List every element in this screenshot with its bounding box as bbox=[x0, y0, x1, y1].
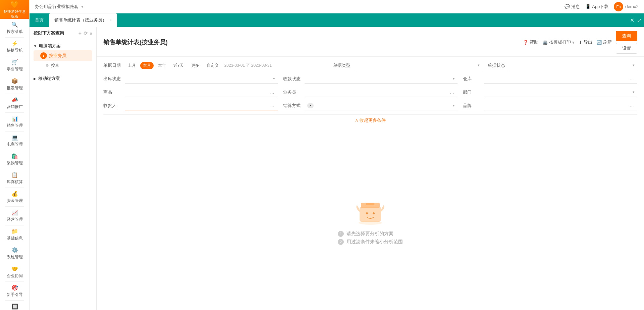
sidebar-item-10[interactable]: 📈 经营管理 bbox=[5, 207, 24, 225]
topbar: 办公用品行业模拟账套 ▾ 💬 消息 📱 App下载 Ea demo2 bbox=[30, 0, 644, 13]
window-close-btn[interactable]: ✕ bbox=[630, 17, 634, 23]
sidebar-item-1[interactable]: ⚡ 快捷导航 bbox=[5, 38, 24, 56]
date-btn-this-year[interactable]: 本年 bbox=[155, 62, 169, 69]
date-btn-7days[interactable]: 近7天 bbox=[170, 62, 187, 69]
print-label: 按模板打印 bbox=[549, 39, 571, 45]
refresh-scheme-btn[interactable]: ⟳ bbox=[84, 31, 88, 36]
app-download-btn[interactable]: 📱 App下载 bbox=[585, 4, 608, 10]
sidebar-item-12[interactable]: ⚙️ 系统管理 bbox=[5, 244, 24, 263]
content-area: 按以下方案查询 + ⟳ « ▼ 电脑端方案 ● 按业务员 ⚙ 按单 bbox=[30, 27, 644, 310]
export-btn[interactable]: ⬇ 导出 bbox=[579, 39, 592, 45]
salesperson-dots: … bbox=[450, 90, 455, 95]
collapse-left-btn[interactable]: « bbox=[90, 31, 92, 36]
window-maximize-btn[interactable]: ⤢ bbox=[637, 17, 641, 23]
top-dropdown-icon[interactable]: ▾ bbox=[81, 4, 84, 9]
sidebar-label-6: 电商管理 bbox=[7, 142, 23, 147]
payment-tag[interactable]: × bbox=[307, 103, 314, 108]
help-btn[interactable]: ❓ 帮助 bbox=[523, 39, 538, 45]
consignee-control[interactable]: … bbox=[125, 101, 278, 110]
date-btn-more[interactable]: 更多 bbox=[188, 62, 202, 69]
empty-hint-1: 1 请先选择要分析的方案 bbox=[338, 231, 403, 237]
svg-rect-3 bbox=[366, 203, 374, 205]
sidebar-icon-15: 🔲 bbox=[11, 303, 18, 310]
svg-point-5 bbox=[373, 212, 375, 214]
consignee-label: 收货人 bbox=[103, 103, 122, 109]
sidebar-item-4[interactable]: 📣 营销推广 bbox=[5, 94, 24, 113]
svg-point-4 bbox=[366, 212, 368, 214]
tab-close-btn[interactable]: × bbox=[109, 18, 112, 22]
topbar-right: 💬 消息 📱 App下载 Ea demo2 bbox=[565, 2, 639, 11]
sidebar-icon-5: 📊 bbox=[11, 115, 18, 122]
consignee-dots: … bbox=[270, 103, 275, 108]
sidebar-icon-9: 💰 bbox=[11, 191, 18, 197]
filter-out-status: 出库状态 ▾ bbox=[103, 74, 278, 84]
tab-home-label: 首页 bbox=[35, 17, 44, 23]
sidebar-item-15[interactable]: 🔲 应用中心 bbox=[5, 301, 24, 310]
sidebar-label-12: 系统管理 bbox=[7, 254, 23, 260]
date-btn-last-month[interactable]: 上月 bbox=[125, 62, 139, 69]
product-label: 商品 bbox=[103, 89, 122, 95]
warehouse-control[interactable]: … bbox=[484, 74, 637, 84]
sidebar-item-14[interactable]: 🎯 新手引导 bbox=[5, 282, 24, 301]
filter-product: 商品 … bbox=[103, 88, 278, 97]
doc-type-arrow: ▾ bbox=[478, 63, 480, 67]
user-area[interactable]: Ea demo2 bbox=[614, 2, 639, 11]
export-icon: ⬇ bbox=[579, 40, 582, 45]
tab-sales-stats[interactable]: 销售单统计表（按业务员） × bbox=[49, 13, 117, 27]
sidebar-item-2[interactable]: 🛒 零售管理 bbox=[5, 56, 24, 75]
sidebar-item-13[interactable]: 🤝 企业协同 bbox=[5, 263, 24, 282]
doc-type-control[interactable]: ▾ bbox=[355, 61, 483, 70]
scheme-item-by-order[interactable]: ⚙ 按单 bbox=[34, 61, 92, 70]
doc-status-control[interactable]: ▾ bbox=[509, 61, 637, 70]
hint-text-2: 用过滤条件来缩小分析范围 bbox=[346, 239, 403, 245]
payment-method-label: 结算方式 bbox=[283, 103, 302, 109]
product-control[interactable]: … bbox=[125, 88, 278, 97]
tabbar: 首页 销售单统计表（按业务员） × ✕ ⤢ bbox=[30, 13, 644, 27]
sidebar-item-8[interactable]: 📋 库存核算 bbox=[5, 169, 24, 188]
dept-label: 部门 bbox=[463, 89, 482, 95]
scheme-dot: ● bbox=[40, 52, 47, 59]
page-title: 销售单统计表(按业务员) bbox=[103, 38, 168, 46]
sidebar-icon-14: 🎯 bbox=[11, 285, 18, 291]
date-filter-controls: 上月 本月 本年 近7天 更多 自定义 2023-03-01 至 2023-03… bbox=[125, 62, 328, 69]
message-label: 消息 bbox=[571, 4, 580, 10]
salesperson-control[interactable]: … bbox=[305, 88, 458, 97]
scheme-group-mobile-title[interactable]: ▶ 移动端方案 bbox=[34, 74, 92, 83]
scheme-group-mobile-label: 移动端方案 bbox=[38, 75, 60, 82]
sidebar-item-0[interactable]: 🔍 搜索菜单 bbox=[5, 19, 24, 38]
sidebar-item-6[interactable]: 💻 电商管理 bbox=[5, 132, 24, 150]
date-btn-this-month[interactable]: 本月 bbox=[140, 62, 154, 69]
print-icon: 🖨️ bbox=[542, 40, 548, 45]
sidebar-item-9[interactable]: 💰 资金管理 bbox=[5, 188, 24, 207]
sidebar-item-7[interactable]: 🛍️ 采购管理 bbox=[5, 150, 24, 169]
scheme-group-desktop-title[interactable]: ▼ 电脑端方案 bbox=[34, 42, 92, 50]
receipt-status-control[interactable]: ▾ bbox=[305, 74, 458, 84]
query-button[interactable]: 查询 bbox=[616, 31, 637, 41]
tab-home[interactable]: 首页 bbox=[30, 13, 49, 27]
add-scheme-btn[interactable]: + bbox=[78, 30, 82, 36]
filter-consignee: 收货人 … bbox=[103, 101, 278, 110]
print-dropdown-icon: ▾ bbox=[572, 40, 575, 45]
collapse-more-btn[interactable]: ∧ 收起更多条件 bbox=[103, 114, 637, 126]
sidebar-item-11[interactable]: 📁 基础信息 bbox=[5, 225, 24, 244]
sidebar-icon-6: 💻 bbox=[11, 134, 18, 141]
page-actions: ❓ 帮助 🖨️ 按模板打印 ▾ ⬇ 导出 🔄 bbox=[523, 39, 612, 45]
refresh-btn[interactable]: 🔄 刷新 bbox=[596, 39, 612, 45]
setting-button[interactable]: 设置 bbox=[616, 43, 637, 54]
sidebar-item-5[interactable]: 📊 销售管理 bbox=[5, 113, 24, 132]
sidebar-item-3[interactable]: 📦 批发管理 bbox=[5, 75, 24, 94]
filter-brand: 品牌 … bbox=[463, 101, 637, 110]
left-panel-header: 按以下方案查询 + ⟳ « bbox=[30, 27, 96, 40]
scheme-group-desktop: ▼ 电脑端方案 ● 按业务员 ⚙ 按单 bbox=[30, 40, 96, 72]
message-btn[interactable]: 💬 消息 bbox=[565, 4, 580, 10]
out-status-control[interactable]: ▾ bbox=[125, 74, 278, 84]
brand-control[interactable]: … bbox=[484, 101, 637, 110]
brand-label: 品牌 bbox=[463, 103, 482, 109]
payment-method-control[interactable]: × ▾ bbox=[305, 101, 458, 110]
scheme-item-by-salesperson[interactable]: ● 按业务员 bbox=[34, 50, 92, 61]
print-btn[interactable]: 🖨️ 按模板打印 ▾ bbox=[542, 39, 575, 45]
dept-control[interactable]: ▾ bbox=[484, 88, 637, 97]
date-btn-custom[interactable]: 自定义 bbox=[204, 62, 222, 69]
empty-illustration bbox=[354, 193, 387, 227]
sidebar-label-0: 搜索菜单 bbox=[7, 29, 23, 35]
